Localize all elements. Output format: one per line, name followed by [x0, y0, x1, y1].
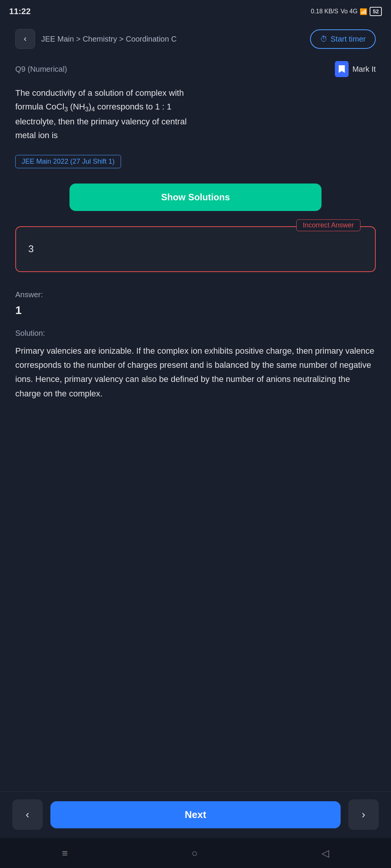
next-arrow-button[interactable]: › [348, 799, 379, 830]
question-line1: The conductivity of a solution of comple… [15, 88, 187, 140]
nav-bar: ‹ JEE Main > Chemistry > Coordination C … [15, 29, 376, 49]
main-content: ‹ JEE Main > Chemistry > Coordination C … [0, 21, 391, 488]
mark-it-label: Mark It [352, 65, 376, 74]
solution-text: Primary valencies are ionizable. If the … [15, 344, 376, 401]
timer-icon: ⏱ [320, 35, 328, 43]
network-speed: 0.18 KB/S [311, 8, 338, 15]
android-nav-bar: ≡ ○ ◁ [0, 838, 391, 868]
question-header: Q9 (Numerical) Mark It [15, 61, 376, 77]
user-answer-value: 3 [28, 243, 34, 255]
solution-section: Solution: Primary valencies are ionizabl… [15, 329, 376, 401]
answer-value: 1 [15, 304, 376, 317]
status-bar: 11:22 0.18 KB/S Vo 4G 📶 52 [0, 0, 391, 21]
android-home-icon: ○ [192, 847, 198, 859]
network-type: Vo 4G [341, 8, 357, 15]
timer-label: Start timer [331, 35, 366, 43]
bottom-navigation: ‹ Next › [0, 791, 391, 837]
question-tag: JEE Main 2022 (27 Jul Shift 1) [15, 155, 121, 168]
solution-label: Solution: [15, 329, 376, 338]
answer-section: Answer: 1 [15, 290, 376, 317]
bookmark-icon [335, 61, 349, 77]
answer-label: Answer: [15, 290, 376, 299]
status-icons: 0.18 KB/S Vo 4G 📶 52 [311, 7, 382, 16]
mark-it-button[interactable]: Mark It [335, 61, 376, 77]
battery-indicator: 52 [370, 7, 382, 16]
prev-button[interactable]: ‹ [12, 799, 43, 830]
breadcrumb: JEE Main > Chemistry > Coordination C [41, 35, 177, 43]
android-menu-icon: ≡ [62, 847, 68, 859]
show-solutions-button[interactable]: Show Solutions [69, 184, 322, 211]
start-timer-button[interactable]: ⏱ Start timer [310, 29, 376, 49]
android-back-icon: ◁ [322, 847, 329, 859]
question-text: The conductivity of a solution of comple… [15, 86, 376, 143]
nav-left: ‹ JEE Main > Chemistry > Coordination C [15, 29, 177, 49]
fade-overlay [15, 404, 376, 427]
answer-input-wrapper: Incorrect Answer 3 [15, 226, 376, 272]
back-button[interactable]: ‹ [15, 29, 35, 49]
signal-icon: 📶 [360, 8, 367, 15]
question-label: Q9 (Numerical) [15, 65, 67, 74]
status-time: 11:22 [9, 6, 31, 16]
next-button[interactable]: Next [50, 801, 341, 828]
back-icon: ‹ [24, 34, 26, 44]
answer-input-box[interactable]: 3 [15, 226, 376, 272]
incorrect-badge: Incorrect Answer [296, 219, 360, 231]
